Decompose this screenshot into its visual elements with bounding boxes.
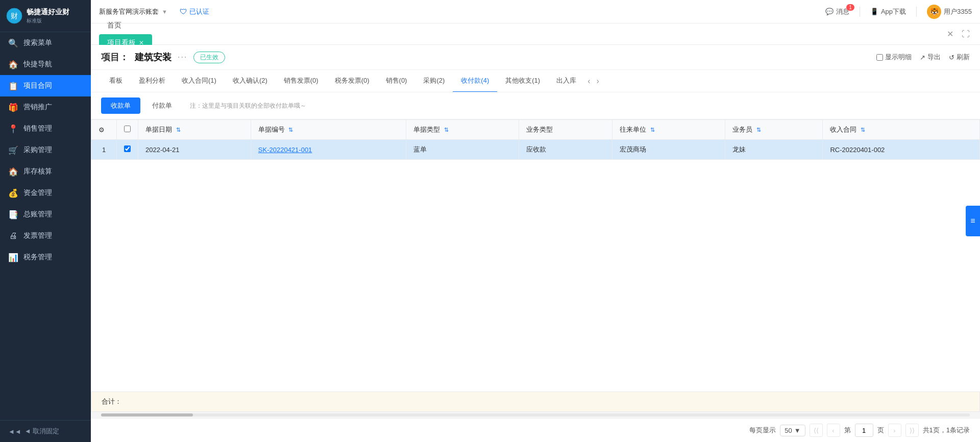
unpin-button[interactable]: ◄◄ ◄ 取消固定 bbox=[0, 420, 91, 442]
data-table: ⚙ 单据日期 ⇅ 单据编号 ⇅ bbox=[91, 119, 980, 160]
sidebar-item-tax[interactable]: 📊 税务管理 bbox=[0, 247, 91, 268]
nav-tab-6[interactable]: 销售(0) bbox=[378, 70, 415, 92]
app-download-label: App下载 bbox=[881, 7, 906, 16]
sort-partner-icon: ⇅ bbox=[650, 127, 655, 133]
last-page-button[interactable]: ⟩⟩ bbox=[905, 424, 919, 437]
sidebar-item-finance[interactable]: 💰 资金管理 bbox=[0, 182, 91, 204]
col-date[interactable]: 单据日期 ⇅ bbox=[138, 120, 251, 140]
nav-tab-9[interactable]: 其他收支(1) bbox=[497, 70, 548, 92]
sidebar-label-ledger: 总账管理 bbox=[23, 210, 52, 219]
row-salesperson-0: 龙妹 bbox=[725, 140, 822, 160]
show-detail-input[interactable] bbox=[876, 54, 883, 61]
maximize-window-button[interactable]: ⛶ bbox=[960, 28, 972, 41]
table-area: ⚙ 单据日期 ⇅ 单据编号 ⇅ bbox=[91, 119, 980, 391]
row-checkbox-0[interactable] bbox=[117, 140, 138, 160]
sidebar-label-marketing: 营销推广 bbox=[23, 103, 52, 112]
nav-tab-2[interactable]: 收入合同(1) bbox=[174, 70, 225, 92]
total-row: 合计： bbox=[91, 391, 980, 412]
sidebar-label-invoice: 发票管理 bbox=[23, 231, 52, 240]
next-page-button[interactable]: › bbox=[888, 424, 901, 437]
select-all-checkbox[interactable] bbox=[124, 126, 131, 132]
tab-首页[interactable]: 首页 bbox=[99, 17, 152, 34]
sidebar-label-tax: 税务管理 bbox=[23, 253, 52, 262]
table-row[interactable]: 1 2022-04-21 SK-20220421-001 蓝单 应收款 宏茂商场… bbox=[91, 140, 980, 160]
horizontal-scrollbar-track[interactable] bbox=[101, 413, 970, 416]
sidebar-icon-sales: 📍 bbox=[8, 124, 18, 134]
col-contract[interactable]: 收入合同 ⇅ bbox=[823, 120, 980, 140]
account-selector[interactable]: 新服务官网演示账套 ▼ bbox=[99, 7, 167, 16]
first-page-button[interactable]: ⟨⟨ bbox=[810, 424, 823, 437]
tab-close-1[interactable]: ✕ bbox=[139, 39, 144, 46]
row-check-input-0[interactable] bbox=[124, 145, 131, 152]
sidebar-item-purchase[interactable]: 🛒 采购管理 bbox=[0, 139, 91, 161]
page-number-input[interactable] bbox=[855, 424, 873, 437]
nav-tab-5[interactable]: 税务发票(0) bbox=[327, 70, 378, 92]
export-button[interactable]: ↗ 导出 bbox=[920, 53, 941, 62]
account-dropdown-icon: ▼ bbox=[162, 9, 167, 15]
row-code-link-0[interactable]: SK-20220421-001 bbox=[258, 146, 312, 154]
col-salesperson[interactable]: 业务员 ⇅ bbox=[725, 120, 822, 140]
refresh-button[interactable]: ↺ 刷新 bbox=[949, 53, 970, 62]
project-more-button[interactable]: ··· bbox=[178, 53, 187, 62]
close-window-button[interactable]: ✕ bbox=[945, 27, 955, 41]
sort-type-icon: ⇅ bbox=[444, 127, 449, 133]
messages-button[interactable]: 💬 消息 1 bbox=[825, 7, 849, 16]
col-settings[interactable]: ⚙ bbox=[91, 120, 117, 140]
nav-tab-10[interactable]: 出入库 bbox=[548, 70, 584, 92]
show-detail-checkbox[interactable]: 显示明细 bbox=[876, 53, 912, 62]
row-biz-type-0: 应收款 bbox=[519, 140, 612, 160]
sidebar-icon-search: 🔍 bbox=[8, 38, 18, 48]
right-edge-panel-button[interactable]: ≡ bbox=[966, 206, 980, 236]
row-partner-0: 宏茂商场 bbox=[612, 140, 725, 160]
nav-tabs-next-arrow[interactable]: › bbox=[593, 77, 602, 86]
sidebar-item-invoice[interactable]: 🖨 发票管理 bbox=[0, 225, 91, 247]
sidebar-item-ledger[interactable]: 📑 总账管理 bbox=[0, 204, 91, 225]
sidebar-label-project: 项目合同 bbox=[23, 81, 52, 90]
nav-tab-0[interactable]: 看板 bbox=[101, 70, 131, 92]
settings-icon[interactable]: ⚙ bbox=[99, 126, 105, 134]
sidebar-item-marketing[interactable]: 🎁 营销推广 bbox=[0, 96, 91, 118]
sidebar-item-sales[interactable]: 📍 销售管理 bbox=[0, 118, 91, 139]
project-status-badge: 已生效 bbox=[193, 52, 225, 63]
prev-page-button[interactable]: ‹ bbox=[827, 424, 840, 437]
col-select-all[interactable] bbox=[117, 120, 138, 140]
sidebar-item-project[interactable]: 📋 项目合同 bbox=[0, 75, 91, 96]
col-type[interactable]: 单据类型 ⇅ bbox=[406, 120, 519, 140]
unpin-icon: ◄◄ bbox=[8, 428, 21, 435]
nav-tab-4[interactable]: 销售发票(0) bbox=[276, 70, 327, 92]
sidebar-label-finance: 资金管理 bbox=[23, 188, 52, 198]
sort-contract-icon: ⇅ bbox=[861, 127, 865, 133]
topbar-right: 💬 消息 1 📱 App下载 🐯 用户3355 bbox=[825, 5, 972, 19]
nav-tab-7[interactable]: 采购(2) bbox=[415, 70, 453, 92]
sub-tab-1[interactable]: 付款单 bbox=[142, 97, 182, 114]
tabbar: 首页项目看板✕ ✕ ⛶ bbox=[91, 23, 980, 45]
per-page-select[interactable]: 50 ▼ bbox=[780, 425, 805, 436]
topbar: 新服务官网演示账套 ▼ 🛡 已认证 💬 消息 1 📱 App下载 🐯 用户335… bbox=[91, 0, 980, 23]
sidebar-item-search[interactable]: 🔍 搜索菜单 bbox=[0, 32, 91, 54]
row-code-0[interactable]: SK-20220421-001 bbox=[251, 140, 406, 160]
nav-tab-3[interactable]: 收入确认(2) bbox=[225, 70, 276, 92]
certified-badge: 🛡 已认证 bbox=[180, 7, 209, 16]
per-page-value: 50 bbox=[785, 427, 792, 434]
app-download-button[interactable]: 📱 App下载 bbox=[870, 7, 906, 16]
sidebar-icon-marketing: 🎁 bbox=[8, 102, 18, 112]
horizontal-scrollbar-thumb[interactable] bbox=[101, 413, 193, 416]
nav-tab-8[interactable]: 收付款(4) bbox=[453, 70, 497, 92]
sidebar-icon-purchase: 🛒 bbox=[8, 145, 18, 155]
row-type-0: 蓝单 bbox=[406, 140, 519, 160]
sidebar-item-quicknav[interactable]: 🏠 快捷导航 bbox=[0, 54, 91, 75]
sidebar-label-search: 搜索菜单 bbox=[23, 38, 52, 47]
nav-tab-1[interactable]: 盈利分析 bbox=[131, 70, 174, 92]
sidebar-item-inventory[interactable]: 🏠 库存核算 bbox=[0, 161, 91, 182]
nav-tabs-prev-arrow[interactable]: ‹ bbox=[584, 77, 593, 86]
sidebar-icon-finance: 💰 bbox=[8, 188, 18, 198]
row-num-0: 1 bbox=[91, 140, 117, 160]
sidebar-label-purchase: 采购管理 bbox=[23, 145, 52, 155]
sub-tab-0[interactable]: 收款单 bbox=[101, 97, 140, 114]
col-partner[interactable]: 往来单位 ⇅ bbox=[612, 120, 725, 140]
main-content: 新服务官网演示账套 ▼ 🛡 已认证 💬 消息 1 📱 App下载 🐯 用户335… bbox=[91, 0, 980, 442]
col-code[interactable]: 单据编号 ⇅ bbox=[251, 120, 406, 140]
user-menu[interactable]: 🐯 用户3355 bbox=[927, 5, 972, 19]
app-edition: 标准版 bbox=[27, 17, 69, 24]
phone-icon: 📱 bbox=[870, 8, 878, 15]
